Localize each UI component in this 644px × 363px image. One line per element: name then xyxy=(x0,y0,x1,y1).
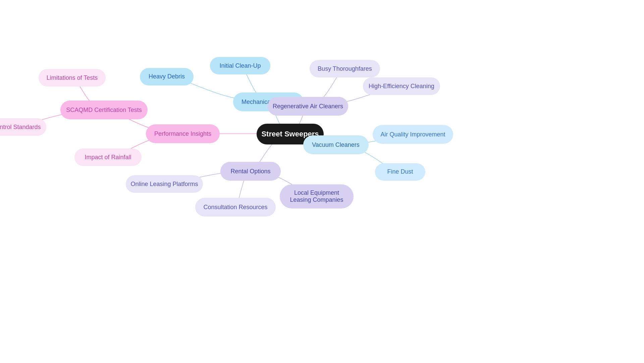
node-local-equipment[interactable]: Local Equipment Leasing Companies xyxy=(280,184,354,208)
node-impact-rainfall[interactable]: Impact of Rainfall xyxy=(74,148,142,166)
node-fine-dust[interactable]: Fine Dust xyxy=(375,163,425,181)
node-performance-insights[interactable]: Performance Insights xyxy=(146,124,220,143)
node-initial-cleanup[interactable]: Initial Clean-Up xyxy=(210,57,270,74)
mindmap-container: Street SweepersMechanical DevicesInitial… xyxy=(0,0,644,363)
node-vacuum-cleaners[interactable]: Vacuum Cleaners xyxy=(303,135,369,154)
node-heavy-debris[interactable]: Heavy Debris xyxy=(140,68,194,85)
connections-svg xyxy=(0,0,644,363)
node-rental-options[interactable]: Rental Options xyxy=(220,162,281,181)
node-high-efficiency[interactable]: High-Efficiency Cleaning xyxy=(363,77,440,95)
node-limitations-tests[interactable]: Limitations of Tests xyxy=(39,69,106,86)
node-scaqmd-tests[interactable]: SCAQMD Certification Tests xyxy=(60,101,148,119)
node-dust-control[interactable]: Dust Control Standards xyxy=(0,118,46,136)
node-air-quality[interactable]: Air Quality Improvement xyxy=(373,125,453,144)
node-online-leasing[interactable]: Online Leasing Platforms xyxy=(126,175,203,193)
node-busy-thoroughfares[interactable]: Busy Thoroughfares xyxy=(310,60,380,77)
node-regenerative-air[interactable]: Regenerative Air Cleaners xyxy=(268,97,348,116)
node-consultation-resources[interactable]: Consultation Resources xyxy=(195,198,276,217)
